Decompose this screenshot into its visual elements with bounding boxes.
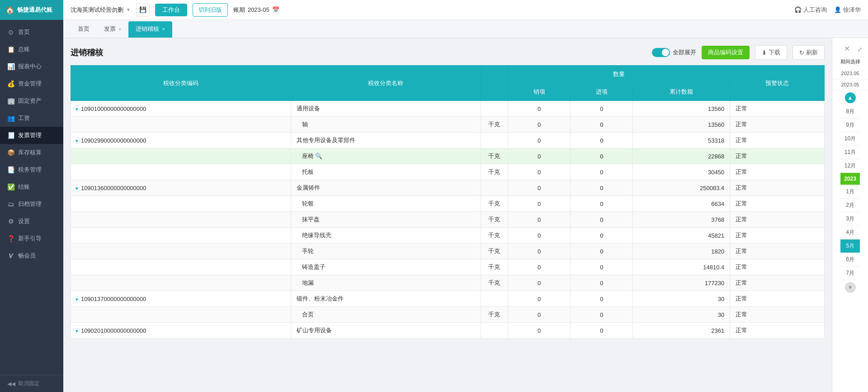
sidebar-item-inventory[interactable]: 📦 库存核算 (0, 144, 63, 161)
cell-sales: 0 (508, 275, 570, 291)
cell-unit (481, 180, 508, 196)
cell-total: 53318 (633, 133, 730, 148)
sidebar-item-tax[interactable]: 📑 税务管理 (0, 161, 63, 178)
period-month-item[interactable]: 6月 (840, 253, 860, 267)
company-selector[interactable]: 沈海英测试经营勿删 ▼ (71, 6, 131, 14)
search-icon[interactable]: 🔍 (315, 153, 322, 159)
cell-tax-code: ▼10901370000000000000 (71, 291, 291, 307)
cell-tax-code (71, 244, 291, 259)
service-button[interactable]: 🎧 人工咨询 (794, 6, 827, 14)
sidebar-item-label: 畅会员 (18, 252, 36, 260)
ledger-icon: 📋 (7, 46, 14, 53)
period-month-item[interactable]: 5月 (840, 239, 860, 253)
sidebar-item-funds[interactable]: 💰 资金管理 (0, 75, 63, 92)
period-selector[interactable]: 账期 2023-05 📅 (233, 6, 279, 14)
sidebar-item-label: 归档管理 (18, 200, 42, 208)
save-button[interactable]: 💾 (136, 3, 150, 17)
panel-close-btn[interactable]: ✕ (842, 43, 852, 55)
period-month-item[interactable]: 3月 (840, 212, 860, 226)
sidebar-item-ledger[interactable]: 📋 总账 (0, 41, 63, 58)
cell-tax-code (71, 228, 291, 244)
period-nav-down-btn[interactable]: ▼ (845, 282, 856, 293)
sidebar-item-reports[interactable]: 📊 报表中心 (0, 58, 63, 75)
headset-icon: 🎧 (794, 6, 802, 13)
sidebar-item-label: 总账 (18, 45, 30, 53)
product-code-btn[interactable]: 商品编码设置 (702, 46, 750, 59)
funds-icon: 💰 (7, 80, 14, 87)
switch-version-button[interactable]: 切到旧版 (193, 3, 228, 17)
sidebar-item-home[interactable]: ⊙ 首页 (0, 24, 63, 41)
cell-unit: 千克 (481, 244, 508, 259)
cell-unit: 千克 (481, 148, 508, 164)
expand-icon[interactable]: ▼ (75, 107, 79, 112)
cell-sales: 0 (508, 133, 570, 148)
expand-toggle[interactable] (652, 48, 670, 57)
sidebar-item-archive[interactable]: 🗂 归档管理 (0, 196, 63, 213)
period-month-item[interactable]: 7月 (840, 267, 860, 280)
cell-sales: 0 (508, 117, 570, 133)
cell-tax-code: ▼10902990000000000000 (71, 133, 291, 148)
sidebar-unpin-btn[interactable]: ◀◀ 取消固定 (0, 375, 63, 392)
expand-icon[interactable]: ▼ (75, 297, 79, 302)
refresh-btn[interactable]: ↻ 刷新 (793, 45, 825, 60)
col-warning: 预警状态 (730, 66, 825, 101)
period-month-item[interactable]: 10月 (840, 132, 860, 146)
period-month-item[interactable]: 12月 (840, 159, 860, 173)
cell-unit (481, 323, 508, 339)
content-main: 进销稽核 全部展开 商品编码设置 ⬇ 下载 ↻ 刷新 (63, 38, 832, 392)
content: 进销稽核 全部展开 商品编码设置 ⬇ 下载 ↻ 刷新 (63, 38, 868, 392)
period-month-item[interactable]: 11月 (840, 146, 860, 159)
tab-invoice-close[interactable]: × (118, 26, 121, 32)
cell-total: 250083.4 (633, 180, 730, 196)
tab-reconcile-close[interactable]: × (162, 26, 165, 32)
period-nav-up-btn[interactable]: ▲ (845, 92, 856, 103)
sidebar-item-payroll[interactable]: 👥 工资 (0, 110, 63, 127)
sidebar-item-guide[interactable]: ❓ 新手引导 (0, 230, 63, 247)
period-month-item[interactable]: 2月 (840, 199, 860, 212)
cell-unit (481, 291, 508, 307)
cell-sales: 0 (508, 259, 570, 275)
tab-home[interactable]: 首页 (71, 21, 97, 38)
workbench-button[interactable]: 工作台 (155, 4, 187, 16)
sidebar-item-fixed-assets[interactable]: 🏢 固定资产 (0, 92, 63, 110)
cell-tax-name: 轮毂 (291, 196, 481, 212)
company-name: 沈海英测试经营勿删 (71, 6, 123, 14)
cell-total: 30 (633, 307, 730, 323)
period-month-item[interactable]: 8月 (840, 105, 860, 119)
cell-total: 177230 (633, 275, 730, 291)
period-item-top1[interactable]: 2023.05 (832, 68, 868, 79)
sidebar-item-member[interactable]: V 畅会员 (0, 247, 63, 264)
expand-icon[interactable]: ▼ (75, 186, 79, 191)
cell-sales: 0 (508, 164, 570, 180)
cell-tax-code (71, 117, 291, 133)
settings-icon: ⚙ (7, 218, 14, 225)
sidebar-item-label: 首页 (18, 28, 30, 36)
period-month-item[interactable]: 2023 (840, 173, 860, 185)
cell-tax-code (71, 275, 291, 291)
download-btn[interactable]: ⬇ 下载 (755, 45, 787, 60)
sidebar-item-settings[interactable]: ⚙ 设置 (0, 213, 63, 230)
cell-tax-code (71, 164, 291, 180)
user-menu[interactable]: 👤 徐泽华 (834, 6, 861, 14)
cell-unit: 千克 (481, 228, 508, 244)
cell-warning: 正常 (730, 180, 825, 196)
sidebar-item-label: 资金管理 (18, 80, 42, 88)
sidebar-item-label: 结账 (18, 183, 30, 191)
expand-icon[interactable]: ▼ (75, 139, 79, 143)
sidebar-item-invoice[interactable]: 🧾 发票管理 (0, 127, 63, 144)
sidebar-item-settlement[interactable]: ✅ 结账 (0, 178, 63, 196)
cell-unit: 千克 (481, 307, 508, 323)
panel-expand-btn[interactable]: ⤢ (855, 44, 864, 55)
tab-reconcile[interactable]: 进销稽核 × (128, 21, 172, 38)
cell-tax-name: 绝缘导线壳 (291, 228, 481, 244)
month-list: 8月9月10月11月12月20231月2月3月4月5月6月7月 (840, 105, 860, 280)
sidebar-item-label: 设置 (18, 217, 30, 225)
archive-icon: 🗂 (7, 201, 14, 208)
period-item-top2[interactable]: 2023.05 (832, 79, 868, 91)
expand-icon[interactable]: ▼ (75, 329, 79, 334)
tab-invoice[interactable]: 发票 × (97, 21, 128, 38)
period-month-item[interactable]: 4月 (840, 226, 860, 239)
cell-warning: 正常 (730, 212, 825, 228)
period-month-item[interactable]: 1月 (840, 185, 860, 199)
period-month-item[interactable]: 9月 (840, 119, 860, 132)
